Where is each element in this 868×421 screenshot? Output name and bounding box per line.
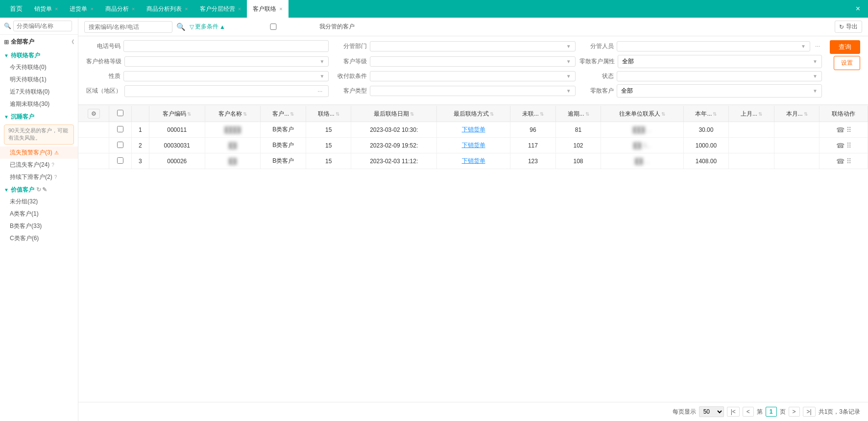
nature-select[interactable]: ▼ (123, 71, 329, 81)
col-this-month[interactable]: 本月...⇅ (774, 106, 820, 122)
col-contact[interactable]: 联络...⇅ (306, 106, 351, 122)
sidebar-group-sleeping[interactable]: ▼ 沉睡客户 (0, 110, 78, 123)
sidebar-search-input[interactable] (13, 21, 72, 31)
row-last-way[interactable]: 下销货单 (437, 138, 510, 153)
col-code[interactable]: 客户编码⇅ (149, 106, 205, 122)
row-last-way[interactable]: 下销货单 (437, 153, 510, 169)
row-checkbox[interactable] (117, 126, 123, 132)
per-page-select[interactable]: 50 100 200 (699, 406, 724, 417)
customer-level-select[interactable]: ▼ (370, 56, 575, 67)
status-select[interactable]: ▼ (617, 71, 822, 81)
collapse-icon[interactable]: 《 (69, 39, 74, 46)
search-button[interactable]: 🔍 (176, 23, 186, 31)
price-level-select[interactable]: ▼ (124, 56, 329, 67)
row-last-way[interactable]: 下销货单 (437, 122, 510, 138)
col-last-date[interactable]: 最后联络日期⇅ (351, 106, 437, 122)
row-contact-button[interactable]: ☎ (836, 157, 844, 165)
sidebar-item-ungrouped[interactable]: 未分组(32) (0, 196, 78, 208)
col-type[interactable]: 客户...⇅ (261, 106, 306, 122)
sidebar-group-value[interactable]: ▼ 价值客户 ↻ ✎ (0, 183, 78, 196)
select-all-checkbox[interactable] (117, 110, 123, 116)
col-this-year[interactable]: 本年...⇅ (683, 106, 729, 122)
my-customers-checkbox[interactable] (229, 24, 317, 30)
manager-ellipsis[interactable]: ··· (813, 43, 822, 50)
region-select[interactable]: ··· (124, 85, 329, 97)
row-more-button[interactable]: ⠿ (846, 126, 851, 134)
all-customers-header[interactable]: ⊞ 全部客户 《 (0, 35, 78, 49)
row-overdue: 108 (555, 153, 601, 169)
sidebar-item-churn-warning[interactable]: 流失预警客户(3) ⚠ (0, 147, 78, 159)
last-way-link[interactable]: 下销货单 (462, 157, 485, 164)
chevron-down-icon4: ▼ (566, 59, 571, 64)
payment-label: 收付款条件 (333, 72, 367, 80)
manager-select[interactable]: ▼ (617, 41, 810, 51)
retail-customer-select[interactable]: 全部 ▼ (617, 84, 822, 98)
col-name[interactable]: 客户名称⇅ (205, 106, 261, 122)
edit-icon[interactable]: ✎ (42, 186, 47, 193)
row-more-button[interactable]: ⠿ (846, 142, 851, 149)
col-overdue[interactable]: 逾期...⇅ (555, 106, 601, 122)
tab-analysis-list[interactable]: 商品分析列表 × (141, 0, 193, 18)
phone-input[interactable] (123, 40, 329, 52)
setting-button[interactable]: 设置 (834, 56, 860, 70)
col-settings[interactable]: ⚙ (78, 106, 109, 122)
row-checkbox-cell[interactable] (109, 138, 132, 153)
row-code: 000026 (149, 153, 205, 169)
last-way-link[interactable]: 下销货单 (462, 142, 485, 149)
row-checkbox[interactable] (117, 142, 123, 148)
sidebar-item-overdue[interactable]: 逾期未联络(30) (0, 98, 78, 110)
refresh-icon[interactable]: ↻ (36, 186, 41, 193)
filter-icon: ▽ (190, 24, 194, 30)
sidebar-item-declining[interactable]: 持续下滑客户(2) ? (0, 171, 78, 183)
close-analysis-list-icon[interactable]: × (185, 6, 188, 12)
sidebar-item-class-c[interactable]: C类客户(6) (0, 232, 78, 245)
close-customer-link-icon[interactable]: × (279, 6, 282, 12)
last-way-link[interactable]: 下销货单 (462, 126, 485, 133)
search-input[interactable] (84, 21, 172, 33)
payment-select[interactable]: ▼ (370, 71, 575, 81)
export-button[interactable]: ↻ 导出 (835, 21, 862, 33)
tab-customer-link[interactable]: 客户联络 × (247, 0, 288, 18)
sort-way-icon: ⇅ (490, 111, 494, 117)
close-sales-icon[interactable]: × (55, 6, 58, 12)
tab-analysis[interactable]: 商品分析 × (99, 0, 141, 18)
row-checkbox-cell[interactable] (109, 122, 132, 138)
close-purchase-icon[interactable]: × (90, 6, 93, 12)
col-uncontacted[interactable]: 未联...⇅ (510, 106, 556, 122)
col-unit-contacts[interactable]: 往来单位联系人⇅ (601, 106, 683, 122)
col-checkbox[interactable] (109, 106, 132, 122)
region-ellipsis[interactable]: ··· (315, 88, 324, 95)
close-customer-tier-icon[interactable]: × (238, 6, 241, 12)
current-page: 1 (766, 407, 777, 417)
sidebar-item-class-a[interactable]: A类客户(1) (0, 208, 78, 220)
tab-sales[interactable]: 销货单 × (28, 0, 64, 18)
gear-button[interactable]: ⚙ (88, 109, 100, 119)
row-checkbox-cell[interactable] (109, 153, 132, 169)
col-last-month[interactable]: 上月...⇅ (729, 106, 774, 122)
sidebar-item-today[interactable]: 今天待联络(0) (0, 61, 78, 74)
row-contact-button[interactable]: ☎ (836, 142, 844, 149)
close-analysis-icon[interactable]: × (132, 6, 135, 12)
sidebar-item-tomorrow[interactable]: 明天待联络(1) (0, 74, 78, 86)
row-contact-button[interactable]: ☎ (836, 126, 844, 134)
sidebar-item-class-b[interactable]: B类客户(33) (0, 220, 78, 232)
more-conditions-button[interactable]: ▽ 更多条件 ▲ (190, 23, 225, 31)
first-page-button[interactable]: |< (727, 407, 740, 417)
next-page-button[interactable]: > (789, 407, 800, 417)
sidebar-item-churned[interactable]: 已流失客户(24) ? (0, 159, 78, 171)
row-more-button[interactable]: ⠿ (846, 157, 851, 165)
tab-purchase[interactable]: 进货单 × (64, 0, 99, 18)
tab-customer-tier[interactable]: 客户分层经营 × (194, 0, 247, 18)
retail-attr-select[interactable]: 全部 ▼ (618, 55, 822, 68)
last-page-button[interactable]: >| (803, 407, 816, 417)
sidebar-group-pending[interactable]: ▼ 待联络客户 (0, 49, 78, 61)
row-checkbox[interactable] (117, 157, 123, 164)
query-button[interactable]: 查询 (830, 40, 860, 54)
tab-home[interactable]: 首页 (4, 0, 28, 18)
close-all-tabs-button[interactable]: × (852, 4, 864, 13)
sidebar-item-7days[interactable]: 近7天待联络(0) (0, 86, 78, 98)
col-last-way[interactable]: 最后联络方式⇅ (437, 106, 510, 122)
dept-select[interactable]: ▼ (370, 41, 575, 51)
prev-page-button[interactable]: < (743, 407, 754, 417)
customer-type-select[interactable]: ▼ (370, 86, 575, 96)
